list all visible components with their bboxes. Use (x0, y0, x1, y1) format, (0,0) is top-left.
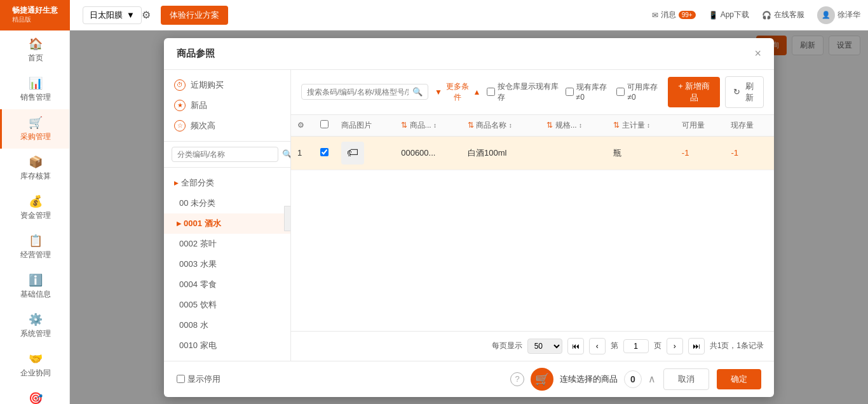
category-item-c0002[interactable]: 0002 茶叶 (164, 234, 290, 254)
app-download-item[interactable]: 📱 App下载 (709, 10, 749, 20)
online-service-item[interactable]: 🎧 在线客服 (762, 10, 804, 20)
pagination-bar: 每页显示 20 50 100 ⏮ ‹ 第 页 › (291, 331, 774, 361)
message-label: 消息 (661, 10, 676, 20)
refresh-button[interactable]: ↻ 刷新 (725, 76, 764, 108)
page-label: 第 (611, 340, 618, 351)
gear-button[interactable]: ⚙ (142, 9, 151, 21)
col-name-label: 商品名称 (476, 121, 506, 130)
quick-item-frequent[interactable]: ☆ 频次高 (164, 116, 290, 136)
category-label-all: 全部分类 (181, 177, 214, 189)
category-item-all[interactable]: ▶ 全部分类 (164, 173, 290, 193)
category-item-c00[interactable]: 00 未分类 (164, 193, 290, 213)
modal-header: 商品参照 × (164, 38, 774, 70)
collapse-panel-button[interactable]: 《 (284, 206, 291, 231)
checkbox-by-warehouse-label[interactable]: 按仓库显示现有库存 (487, 81, 559, 103)
collapse-cart-button[interactable]: ∧ (648, 373, 656, 385)
row-checkbox[interactable] (320, 148, 329, 156)
category-item-c0010[interactable]: 0010 家电 (164, 335, 290, 356)
sidebar-item-inventory[interactable]: 📦 库存核算 (0, 149, 69, 188)
next-page-button[interactable]: › (667, 338, 683, 354)
checkbox-by-warehouse[interactable] (487, 88, 495, 96)
checkbox-available[interactable] (566, 88, 574, 96)
prev-page-button[interactable]: ‹ (589, 338, 606, 354)
sidebar-item-enterprise[interactable]: 🤝 企业协同 (0, 346, 69, 385)
sidebar-item-sales[interactable]: 📊 销售管理 (0, 70, 69, 109)
sidebar-item-management[interactable]: 📋 经营管理 (0, 227, 69, 267)
category-label-c0010: 0010 家电 (179, 340, 217, 351)
col-stock: 现存量 (724, 115, 774, 137)
table-row[interactable]: 1 🏷 000600... 白酒100ml (291, 136, 774, 170)
help-icon-button[interactable]: ? (510, 372, 524, 386)
filter-button[interactable]: ▼ 更多条件 ▲ (435, 81, 480, 103)
show-disabled-label[interactable]: 显示停用 (177, 374, 220, 385)
category-item-c0003[interactable]: 0003 水果 (164, 254, 290, 274)
last-page-button[interactable]: ⏭ (688, 338, 705, 354)
product-table: ⚙ 商品图片 (291, 115, 774, 331)
sidebar-item-guide[interactable]: 🎯 新手引导 (0, 385, 69, 404)
trial-button[interactable]: 体验行业方案 (161, 6, 228, 25)
sidebar-item-home[interactable]: 🏠 首页 (0, 30, 69, 70)
checkbox-usable-label[interactable]: 可用库存≠0 (616, 82, 661, 102)
cancel-button[interactable]: 取消 (663, 368, 709, 390)
page-size-select[interactable]: 20 50 100 (527, 339, 562, 354)
col-spec[interactable]: ⇅ 规格... (540, 115, 607, 137)
footer-cart-area: ? 🛒 连续选择的商品 0 ∧ (510, 368, 656, 391)
add-product-button[interactable]: + 新增商品 (668, 77, 720, 107)
sort-unit-icon: ⇅ (613, 121, 620, 130)
product-toolbar: 🔍 ▼ 更多条件 ▲ 按仓库显示现有库存 (291, 70, 774, 115)
sidebar-label-home: 首页 (28, 53, 43, 64)
category-search-icon[interactable]: 🔍 (282, 149, 291, 159)
user-item[interactable]: 👤 徐泽华 (817, 6, 860, 24)
first-page-button[interactable]: ⏮ (567, 338, 584, 354)
sidebar-item-base[interactable]: ℹ️ 基础信息 (0, 267, 69, 306)
toolbar-right: + 新增商品 ↻ 刷新 (668, 76, 764, 108)
col-code[interactable]: ⇅ 商品... (395, 115, 461, 137)
avatar: 👤 (817, 6, 835, 24)
star-icon: ★ (174, 100, 186, 111)
col-name[interactable]: ⇅ 商品名称 (461, 115, 540, 137)
category-item-c0005[interactable]: 0005 饮料 (164, 295, 290, 315)
category-quick-section: ⏱ 近期购买 ★ 新品 ☆ 频次高 (164, 70, 290, 142)
checkbox-available-label[interactable]: 现有库存≠0 (566, 82, 611, 102)
settings-icon[interactable]: ⚙ (297, 121, 304, 130)
category-item-c0001[interactable]: ▶ 0001 酒水 (164, 213, 290, 234)
refresh-icon: ↻ (733, 87, 740, 97)
sidebar-item-system[interactable]: ⚙️ 系统管理 (0, 306, 69, 346)
category-item-c0008[interactable]: 0008 水 (164, 315, 290, 335)
category-label-c0003: 0003 水果 (179, 259, 217, 270)
checkbox-usable[interactable] (616, 88, 625, 96)
sidebar: 🏠 首页 📊 销售管理 🛒 采购管理 📦 库存核算 💰 资金管理 📋 经营管理 … (0, 30, 70, 404)
confirm-button[interactable]: 确定 (717, 369, 761, 389)
online-service-label: 在线客服 (774, 10, 804, 20)
logo-text: 畅捷通好生意 (12, 6, 58, 15)
chevron-down-icon: ▼ (126, 10, 135, 20)
modal-close-button[interactable]: × (754, 47, 761, 60)
continuous-label: 连续选择的商品 (560, 374, 618, 385)
inventory-icon: 📦 (29, 155, 43, 169)
category-list: ▶ 全部分类 00 未分类 ▶ 0001 酒水 0002 茶 (164, 168, 290, 361)
col-unit[interactable]: ⇅ 主计量 (607, 115, 675, 137)
enterprise-icon: 🤝 (29, 352, 43, 366)
category-panel: ⏱ 近期购买 ★ 新品 ☆ 频次高 (164, 70, 291, 361)
quick-item-recent[interactable]: ⏱ 近期购买 (164, 75, 290, 95)
cart-button[interactable]: 🛒 (531, 368, 553, 391)
search-icon[interactable]: 🔍 (412, 87, 423, 97)
product-search-input[interactable] (307, 88, 409, 97)
col-image-label: 商品图片 (341, 121, 372, 130)
sidebar-item-purchase[interactable]: 🛒 采购管理 (0, 109, 69, 149)
store-selector[interactable]: 日太阳膜 ▼ (83, 6, 142, 24)
sidebar-label-finance: 资金管理 (20, 210, 51, 221)
category-search-input[interactable] (172, 147, 278, 162)
sort-icon: ⇅ (401, 121, 407, 130)
show-disabled-checkbox[interactable] (177, 375, 185, 383)
sidebar-item-finance[interactable]: 💰 资金管理 (0, 188, 69, 227)
content-area: 查询 刷新 设置 商品参照 × ⏱ (70, 30, 868, 404)
category-item-c0004[interactable]: 0004 零食 (164, 274, 290, 295)
select-all-checkbox[interactable] (320, 120, 329, 128)
col-unit-label: 主计量 (622, 121, 645, 130)
quick-item-new[interactable]: ★ 新品 (164, 95, 290, 116)
sidebar-label-purchase: 采购管理 (20, 131, 51, 142)
page-number-input[interactable] (623, 339, 649, 353)
sidebar-label-inventory: 库存核算 (20, 171, 51, 182)
message-item[interactable]: ✉ 消息 99+ (652, 10, 696, 20)
